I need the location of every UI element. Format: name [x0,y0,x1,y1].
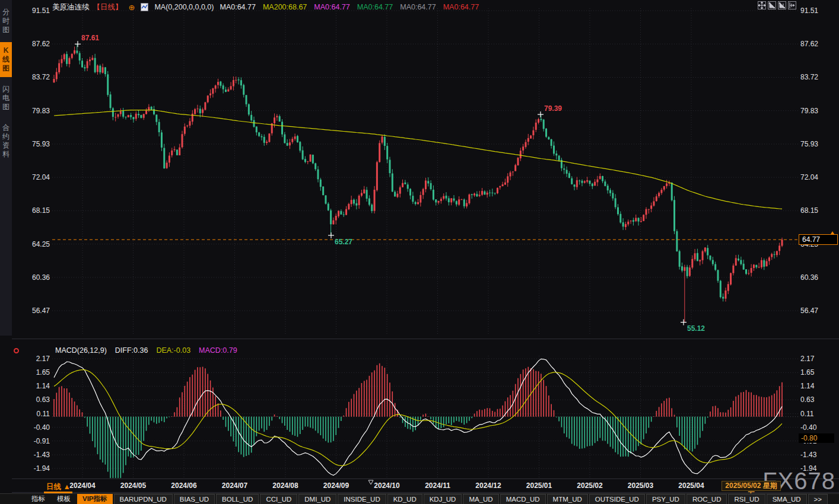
macd-tick-right: 2.17 [800,355,837,363]
month-label: 2024/05 [108,481,159,490]
price-annotation: 65.27 [335,238,352,246]
price-tick-right: 56.47 [800,307,837,315]
chart-toolbar [758,1,796,9]
chart-legend: 美原油连续 【日线】 ⊕ MA(0,200,0,0,0,0) MA0:64.77… [52,2,479,12]
ma-value-6: MA0:64.77 [443,3,479,11]
ma-settings: MA(0,200,0,0,0,0) [154,3,214,11]
month-label: 2024/11 [412,481,463,490]
ma-value-2: MA200:68.67 [263,3,307,11]
macd-tick-left: 1.14 [12,382,50,390]
price-tick-right: 83.72 [800,73,837,81]
indicator-tab-[interactable]: 模板 [52,494,76,504]
ma-value-4: MA0:64.77 [357,3,393,11]
indicator-tab-BOLL_UD[interactable]: BOLL_UD [216,494,259,504]
macd-tick-left: -1.94 [12,464,50,473]
indicator-tab-[interactable]: 指标 [26,494,50,504]
macd-tick-right: -0.40 [800,423,837,432]
price-tick-right: 60.36 [800,273,837,282]
indicator-tab-[interactable]: >> [808,494,828,504]
chart-window: 分时图K线图闪电图合约资料 美原油连续 【日线】 ⊕ MA(0,200,0,0,… [0,0,839,504]
last-price-value: 64.77 [802,235,820,244]
axis-scale-left-icon[interactable] [768,1,776,9]
macd-tick-left: 2.17 [12,355,50,363]
macd-tick-right: -1.43 [800,451,837,459]
axis-shift-icon[interactable] [788,1,796,9]
macd-tick-left: -0.91 [12,437,50,445]
macd-tick-right: 0.63 [800,395,837,404]
indicator-tab-KDJ_UD[interactable]: KDJ_UD [424,494,462,504]
price-tick-left: 87.62 [12,40,50,48]
price-tick-left: 75.93 [12,140,50,148]
month-label: 2024/10 [361,481,412,490]
ma-values: MA0:64.77MA200:68.67MA0:64.77MA0:64.77MA… [220,3,479,11]
ma-value-5: MA0:64.77 [400,3,436,11]
macd-tick-right: 0.11 [800,410,837,418]
indicator-tab-PSY_UD[interactable]: PSY_UD [646,494,685,504]
move-icon[interactable] [758,1,766,9]
symbol-name: 美原油连续 [52,2,90,12]
month-label: 2024/12 [463,481,514,490]
price-tick-right: 91.51 [800,7,837,15]
macd-legend: MACD(26,12,9) DIFF:0.36DEA:-0.03MACD:0.7… [55,346,237,355]
macd-legend-item-1: DIFF:0.36 [115,346,148,355]
indicator-tab-MACD_UD[interactable]: MACD_UD [500,494,546,504]
price-tick-left: 68.15 [12,206,50,215]
indicator-tab-SMA_UD[interactable]: SMA_UD [767,494,807,504]
indicator-target-icon[interactable] [14,348,19,353]
indicator-tab-OUTSIDE_UD[interactable]: OUTSIDE_UD [589,494,645,504]
period-selector[interactable]: 日线 ▲ [46,482,71,492]
price-tick-right: 87.62 [800,40,837,48]
price-tick-left: 79.83 [12,107,50,115]
indicator-tab-BARUPDN_UD[interactable]: BARUPDN_UD [114,494,173,504]
month-label: 2025/04 [666,481,717,490]
indicator-tab-RSI_UD[interactable]: RSI_UD [728,494,765,504]
macd-tick-left: 1.65 [12,368,50,377]
indicator-tab-ROC_UD[interactable]: ROC_UD [687,494,727,504]
macd-legend-item-2: DEA:-0.03 [156,346,190,355]
period-label: 【日线】 [93,2,123,12]
month-label: 2024/06 [158,481,209,490]
price-tick-left: 83.72 [12,73,50,81]
price-tick-left: 91.51 [12,7,50,15]
current-date-label: 2025/05/02 星期五 [722,481,781,491]
month-label: 2024/08 [260,481,311,490]
chart-canvas [0,0,839,504]
macd-tick-right: 1.65 [800,368,837,377]
axis-scale-right-icon[interactable] [778,1,786,9]
indicator-tab-BIAS_UD[interactable]: BIAS_UD [174,494,215,504]
price-tick-left: 56.47 [12,307,50,315]
kline-style-icon[interactable] [141,3,148,11]
indicator-tab-VIP[interactable]: VIP指标 [77,494,113,504]
indicator-tab-MTM_UD[interactable]: MTM_UD [547,494,588,504]
indicator-tab-DMI_UD[interactable]: DMI_UD [298,494,336,504]
candlestick-series [53,44,783,322]
indicator-tab-INSIDE_UD[interactable]: INSIDE_UD [338,494,386,504]
month-label: 2024/07 [209,481,260,490]
indicator-tab-MA_UD[interactable]: MA_UD [463,494,498,504]
indicator-settings-icon[interactable]: ⊕ [129,3,135,12]
ma-value-3: MA0:64.77 [314,3,349,11]
markers [75,41,835,484]
price-annotation: 87.61 [81,34,99,42]
indicator-tab-CCI_UD[interactable]: CCI_UD [260,494,297,504]
macd-name: MACD(26,12,9) [55,346,107,355]
ma200-line [54,110,782,209]
price-tick-right: 75.93 [800,140,837,148]
last-price-box: 64.77 [799,234,838,245]
macd-tick-left: -0.40 [12,423,50,432]
macd-axis-value: -0.80 [801,434,817,442]
ma-value-1: MA0:64.77 [220,3,255,11]
price-tick-left: 72.04 [12,173,50,181]
month-label: 2024/09 [311,481,362,490]
macd-value-box: -0.80 [799,433,834,443]
month-label: 2025/03 [615,481,666,490]
price-annotation: 55.12 [687,324,705,333]
indicator-tab-KD_UD[interactable]: KD_UD [387,494,422,504]
macd-tick-left: 0.63 [12,395,50,404]
price-tick-left: 64.25 [12,240,50,248]
macd-tick-left: 0.11 [12,410,50,418]
price-tick-right: 72.04 [800,173,837,181]
price-tick-right: 68.15 [800,206,837,215]
price-annotation: 79.39 [544,104,562,113]
price-tick-left: 60.36 [12,273,50,282]
